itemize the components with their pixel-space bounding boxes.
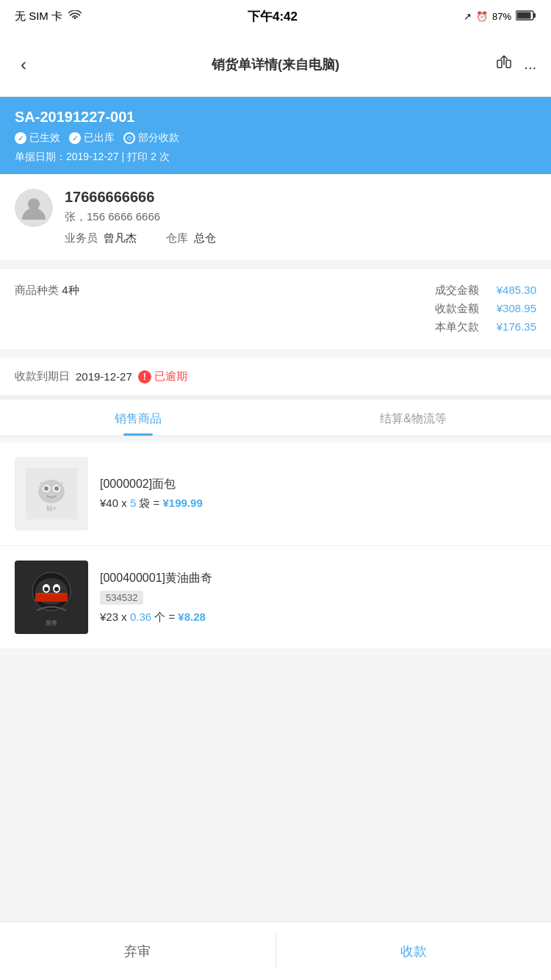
customer-info: 17666666666 张，156 6666 6666 业务员 曾凡杰 仓库 总…	[65, 189, 536, 245]
product-sku-2: 534532	[100, 591, 143, 605]
salesperson-info: 业务员 曾凡杰	[65, 231, 137, 245]
owed-value: ¥176.35	[497, 320, 536, 334]
status-bar: 无 SIM 卡 下午4:42 ↗ ⏰ 87%	[0, 0, 551, 32]
svg-rect-4	[506, 60, 511, 68]
tab-settlement[interactable]: 结算&物流等	[276, 400, 551, 436]
list-item: 黑带 [000400001]黄油曲奇 534532 ¥23 x 0.36 个 =…	[0, 546, 551, 649]
due-date-value: 2019-12-27	[76, 370, 132, 383]
nav-bar: ‹ 销货单详情(来自电脑) ...	[0, 32, 551, 97]
wifi-icon	[68, 10, 82, 23]
bottom-bar: 弃审 收款	[0, 921, 551, 980]
financial-stats: 成交金额 ¥485.30 收款金额 ¥308.95 本单欠款 ¥176.35	[435, 284, 536, 334]
svg-text:黑带: 黑带	[46, 620, 57, 627]
back-button[interactable]: ‹	[15, 48, 32, 81]
product-image-2: 黑带	[15, 561, 88, 634]
svg-text:鲸+: 鲸+	[46, 505, 57, 512]
page-title: 销货单详情(来自电脑)	[212, 56, 339, 73]
customer-account: 17666666666	[65, 189, 536, 206]
check-icon-2: ✓	[69, 132, 81, 144]
battery-text: 87%	[492, 11, 511, 22]
customer-meta: 业务员 曾凡杰 仓库 总仓	[65, 231, 536, 245]
product-info-1: [0000002]面包 ¥40 x 5 袋 = ¥199.99	[100, 477, 536, 511]
share-button[interactable]	[496, 54, 512, 74]
total-amount-row: 成交金额 ¥485.30	[435, 284, 536, 298]
salesperson-value: 曾凡杰	[104, 231, 137, 245]
product-price-1: ¥40 x 5 袋 = ¥199.99	[100, 497, 536, 511]
cancel-button[interactable]: 弃审	[0, 922, 276, 980]
warehouse-value: 总仓	[194, 231, 216, 245]
product-name-1: [0000002]面包	[100, 477, 536, 492]
badge-partial: ⏱ 部分收款	[123, 131, 179, 145]
due-date-section: 收款到期日 2019-12-27 ! 已逾期	[0, 358, 551, 400]
check-icon: ✓	[15, 132, 26, 144]
svg-point-18	[44, 587, 48, 591]
category-count: 4种	[62, 284, 79, 296]
warehouse-info: 仓库 总仓	[166, 231, 216, 245]
avatar	[15, 189, 53, 227]
svg-rect-1	[533, 13, 536, 18]
overdue-badge: ! 已逾期	[138, 370, 187, 383]
more-button[interactable]: ...	[524, 56, 536, 73]
nav-actions: ...	[496, 54, 536, 74]
received-row: 收款金额 ¥308.95	[435, 302, 536, 316]
owed-row: 本单欠款 ¥176.35	[435, 320, 536, 334]
svg-point-11	[54, 486, 59, 491]
confirm-button[interactable]: 收款	[276, 922, 552, 980]
order-id: SA-20191227-001	[15, 109, 536, 126]
warehouse-label: 仓库	[166, 231, 188, 245]
product-info-2: [000400001]黄油曲奇 534532 ¥23 x 0.36 个 = ¥8…	[100, 571, 536, 624]
status-left: 无 SIM 卡	[15, 10, 82, 24]
alarm-icon: ⏰	[476, 11, 488, 22]
battery-icon	[516, 10, 536, 23]
svg-point-10	[44, 486, 48, 491]
tabs-section: 销售商品 结算&物流等	[0, 400, 551, 436]
product-qty-1: 5	[130, 497, 136, 509]
svg-point-7	[38, 480, 65, 503]
overdue-icon: !	[138, 370, 151, 383]
salesperson-label: 业务员	[65, 231, 98, 245]
status-right: ↗ ⏰ 87%	[464, 10, 536, 23]
received-value: ¥308.95	[497, 302, 536, 316]
list-item: 鲸+ [0000002]面包 ¥40 x 5 袋 = ¥199.99	[0, 442, 551, 546]
customer-section: 17666666666 张，156 6666 6666 业务员 曾凡杰 仓库 总…	[0, 174, 551, 260]
product-total-2: ¥8.28	[178, 610, 206, 623]
category-label: 商品种类	[15, 284, 59, 296]
badge-effective: ✓ 已生效	[15, 131, 60, 145]
product-image-1: 鲸+	[15, 457, 88, 530]
category-info: 商品种类 4种	[15, 284, 79, 298]
clock-icon: ⏱	[123, 132, 135, 144]
due-date-label: 收款到期日	[15, 370, 70, 383]
products-section: 鲸+ [0000002]面包 ¥40 x 5 袋 = ¥199.99	[0, 442, 551, 649]
owed-label: 本单欠款	[435, 320, 479, 334]
customer-contact: 张，156 6666 6666	[65, 210, 536, 224]
order-badges: ✓ 已生效 ✓ 已出库 ⏱ 部分收款	[15, 131, 536, 145]
product-total-1: ¥199.99	[163, 497, 203, 509]
carrier-text: 无 SIM 卡	[15, 10, 62, 24]
badge-shipped: ✓ 已出库	[69, 131, 115, 145]
order-date-info: 单据日期：2019-12-27 | 打印 2 次	[15, 151, 536, 164]
svg-rect-2	[516, 12, 530, 18]
location-icon: ↗	[464, 11, 472, 22]
product-price-2: ¥23 x 0.36 个 = ¥8.28	[100, 610, 536, 624]
tab-products[interactable]: 销售商品	[0, 400, 276, 436]
product-name-2: [000400001]黄油曲奇	[100, 571, 536, 586]
svg-rect-3	[497, 60, 502, 68]
status-time: 下午4:42	[248, 8, 298, 25]
stats-section: 商品种类 4种 成交金额 ¥485.30 收款金额 ¥308.95 本单欠款 ¥…	[0, 269, 551, 349]
overdue-text: 已逾期	[154, 370, 187, 383]
received-label: 收款金额	[435, 302, 479, 316]
total-amount-label: 成交金额	[435, 284, 479, 298]
header-banner: SA-20191227-001 ✓ 已生效 ✓ 已出库 ⏱ 部分收款 单据日期：…	[0, 97, 551, 174]
product-qty-2: 0.36	[130, 610, 151, 623]
svg-point-19	[54, 587, 59, 591]
total-amount-value: ¥485.30	[497, 284, 536, 298]
